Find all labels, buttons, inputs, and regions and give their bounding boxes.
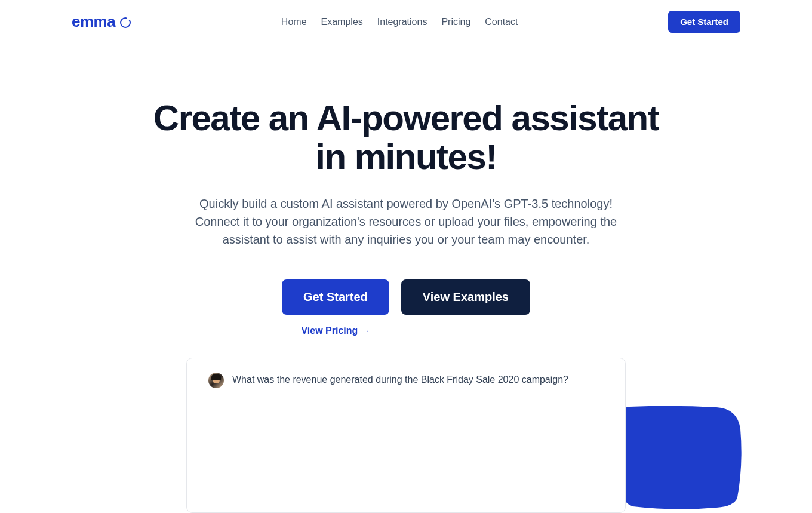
header-get-started-button[interactable]: Get Started: [668, 11, 740, 33]
user-avatar: [208, 373, 224, 388]
logo-circle-icon: [120, 17, 131, 28]
nav-examples[interactable]: Examples: [321, 17, 363, 27]
view-pricing-link[interactable]: View Pricing →: [301, 325, 370, 336]
view-examples-button[interactable]: View Examples: [401, 279, 530, 315]
nav-pricing[interactable]: Pricing: [441, 17, 470, 27]
cta-secondary-group: View Examples: [401, 279, 530, 336]
chat-message-text: What was the revenue generated during th…: [232, 373, 568, 387]
chat-preview-card: What was the revenue generated during th…: [186, 358, 626, 513]
logo-text: emma: [72, 13, 115, 31]
site-header: emma Home Examples Integrations Pricing …: [0, 0, 812, 44]
logo[interactable]: emma: [72, 13, 131, 31]
hero-subtitle: Quickly build a custom AI assistant powe…: [179, 195, 633, 248]
hero-title: Create an AI-powered assistant in minute…: [137, 99, 675, 177]
nav-contact[interactable]: Contact: [485, 17, 518, 27]
arrow-right-icon: →: [361, 326, 370, 336]
nav-home[interactable]: Home: [281, 17, 307, 27]
cta-row: Get Started View Pricing → View Examples: [137, 279, 675, 336]
chat-message: What was the revenue generated during th…: [208, 373, 604, 388]
hero-section: Create an AI-powered assistant in minute…: [137, 44, 675, 513]
cta-primary-group: Get Started View Pricing →: [282, 279, 389, 336]
view-pricing-label: View Pricing: [301, 325, 358, 336]
main-nav: Home Examples Integrations Pricing Conta…: [281, 17, 518, 27]
nav-integrations[interactable]: Integrations: [377, 17, 427, 27]
get-started-button[interactable]: Get Started: [282, 279, 389, 315]
